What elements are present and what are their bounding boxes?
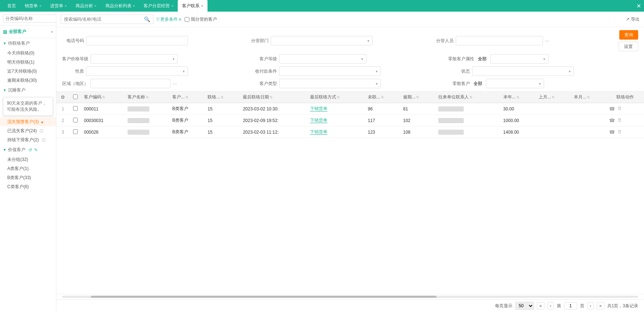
page-label: 第 <box>557 303 561 309</box>
th-last-month-sort[interactable]: ⇅ <box>552 95 555 99</box>
sidebar-item-declining[interactable]: 持续下滑客户(2) ⓘ <box>0 135 56 145</box>
main-layout: 🔍 ⊞ 全部客户 « ▼ 待联络客户 今天待联络(0) 明天待联络(1) 近7天… <box>0 12 644 312</box>
tab-customer-contact-close[interactable]: × <box>201 4 203 8</box>
th-code-sort[interactable]: ⇅ <box>102 95 105 99</box>
tab-customer-contact[interactable]: 客户联系 × <box>178 0 208 12</box>
value-edit-icon[interactable]: ✎ <box>34 147 38 153</box>
sidebar-group-value[interactable]: ▼ 价值客户 ↺ ✎ <box>0 145 56 155</box>
filter-price-level-select[interactable]: ▾ <box>90 54 178 64</box>
page-number-input[interactable] <box>564 302 577 309</box>
tab-product-analysis[interactable]: 商品分析 × <box>71 0 101 12</box>
th-last-date-sort[interactable]: ⇅ <box>270 95 273 99</box>
row2-checkbox[interactable] <box>73 118 78 122</box>
tab-product-analysis-list-close[interactable]: × <box>133 4 135 8</box>
sidebar-item-tomorrow-contact[interactable]: 明天待联络(1) <box>0 58 56 67</box>
sidebar-item-ungrouped[interactable]: 未分组(32) <box>0 155 56 164</box>
my-customers-checkbox[interactable] <box>185 17 189 22</box>
sidebar-group-dormant[interactable]: ▼ 沉睡客户 <box>0 85 56 96</box>
tab-sales-close[interactable]: × <box>39 4 41 8</box>
window-close-button[interactable]: ✕ <box>636 3 641 9</box>
more-filter-button[interactable]: ▽ 更多条件 ∧ <box>156 16 182 23</box>
sidebar-item-churn-warning[interactable]: 流失预警客户(3) ● <box>0 117 56 126</box>
row3-more-icon[interactable]: ⠿ <box>618 129 621 135</box>
row2-contact-type-link[interactable]: 下销货单 <box>310 118 327 123</box>
tab-home[interactable]: 首页 <box>3 0 20 12</box>
filter-customer-type-select[interactable]: ▾ <box>279 79 381 88</box>
filter-zero-attr-select[interactable]: ▾ <box>490 54 548 64</box>
row1-checkbox[interactable] <box>73 106 78 111</box>
tab-customer-layer-close[interactable]: × <box>171 4 173 8</box>
value-refresh-icon[interactable]: ↺ <box>28 147 32 153</box>
select-all-checkbox[interactable] <box>73 94 78 99</box>
export-button[interactable]: ↗ 导出 <box>626 16 640 23</box>
my-customers-filter[interactable]: 我分管的客户 <box>185 16 217 23</box>
sidebar-item-7day-contact[interactable]: 近7天待联络(0) <box>0 67 56 76</box>
sidebar-item-churned[interactable]: 已流失客户(24) ⓘ <box>0 126 56 135</box>
tab-customer-layer[interactable]: 客户分层经营 × <box>139 0 178 12</box>
row3-contact-icon[interactable]: ☎ <box>609 129 615 135</box>
table-settings-icon[interactable]: ⚙ <box>61 94 65 100</box>
filter-action-buttons: 查询 设置 <box>616 30 638 51</box>
filter-phone-input[interactable] <box>86 36 188 45</box>
th-this-month: 本月... ⇅ <box>571 92 606 103</box>
horizontal-scrollbar-thumb[interactable] <box>91 296 436 298</box>
filter-person-more-icon[interactable]: ··· <box>545 38 550 44</box>
all-customers-item[interactable]: ⊞ 全部客户 « <box>0 26 56 38</box>
th-contacts-sort[interactable]: ⇅ <box>470 95 472 99</box>
filter-person-input[interactable] <box>456 36 543 45</box>
th-this-month-sort[interactable]: ⇅ <box>587 95 590 99</box>
filter-payment-select[interactable]: ▾ <box>279 66 381 76</box>
filter-status-select[interactable]: ▾ <box>472 66 574 76</box>
tab-product-analysis-list[interactable]: 商品分析列表 × <box>101 0 140 12</box>
sidebar-group-pending[interactable]: ▼ 待联络客户 <box>0 38 56 49</box>
sidebar-item-class-b[interactable]: B类客户(33) <box>0 173 56 182</box>
filter-zero-customer-select[interactable]: ▾ <box>486 79 544 88</box>
row2-more-icon[interactable]: ⠿ <box>618 118 621 123</box>
filter-customer-level: 客户等级 ▾ <box>255 54 445 64</box>
first-page-button[interactable]: « <box>537 302 544 309</box>
tab-product-analysis-close[interactable]: × <box>94 4 97 8</box>
next-page-button[interactable]: › <box>587 302 594 309</box>
row3-contact-type-link[interactable]: 下销货单 <box>310 129 327 135</box>
tab-purchase-close[interactable]: × <box>65 4 67 8</box>
th-last-type-sort[interactable]: ⇅ <box>337 95 340 99</box>
sidebar-item-class-a[interactable]: A类客户(1) <box>0 164 56 173</box>
filter-region-more-icon[interactable]: ··· <box>173 81 177 86</box>
row2-contact-icon[interactable]: ☎ <box>609 118 615 123</box>
row3-checkbox[interactable] <box>73 129 78 134</box>
row1-last-date: 2023-03-02 10:30: <box>240 103 307 115</box>
tab-purchase[interactable]: 进货单 × <box>46 0 71 12</box>
sidebar-item-class-c[interactable]: C类客户(6) <box>0 182 56 191</box>
main-search-button[interactable]: 🔍 <box>141 15 153 24</box>
filter-region-input[interactable] <box>90 79 170 88</box>
th-ctype-sort[interactable]: ⇅ <box>185 95 188 99</box>
main-search-input[interactable] <box>61 15 141 23</box>
th-name-sort[interactable]: ⇅ <box>146 95 149 99</box>
filter-row-3: 性质 ▾ 收付款条件 ▾ 状态 <box>62 66 638 76</box>
filter-nature-select[interactable]: ▾ <box>86 66 188 76</box>
th-uncontacted-sort[interactable]: ⇅ <box>381 95 384 99</box>
filter-nature-label: 性质 <box>62 68 84 74</box>
horizontal-scrollbar[interactable] <box>62 296 638 298</box>
category-search-input[interactable] <box>3 15 56 23</box>
filter-dept-select[interactable]: ▾ <box>271 36 373 45</box>
row1-contact-icon[interactable]: ☎ <box>609 106 615 112</box>
tab-product-analysis-list-label: 商品分析列表 <box>105 3 132 9</box>
tab-sales[interactable]: 销货单 × <box>20 0 46 12</box>
th-overdue-sort[interactable]: ⇅ <box>416 95 419 99</box>
th-name-label: 客户名称 <box>128 94 145 100</box>
prev-page-button[interactable]: ‹ <box>547 302 554 309</box>
sidebar-item-overdue-contact[interactable]: 逾期未联络(30) <box>0 76 56 85</box>
th-this-year-sort[interactable]: ⇅ <box>516 95 519 99</box>
th-contact-count-sort[interactable]: ⇅ <box>221 95 224 99</box>
set-button[interactable]: 设置 <box>619 42 638 51</box>
per-page-select[interactable]: 50 100 200 <box>515 302 534 310</box>
row2-code: 00030031 <box>81 115 125 126</box>
query-button[interactable]: 查询 <box>619 30 638 40</box>
row1-contact-type-link[interactable]: 下销货单 <box>310 106 327 112</box>
sidebar-item-today-contact[interactable]: 今天待联络(0) <box>0 49 56 58</box>
collapse-arrow-icon[interactable]: « <box>51 30 53 34</box>
last-page-button[interactable]: » <box>597 302 604 309</box>
row1-more-icon[interactable]: ⠿ <box>618 106 621 112</box>
filter-customer-level-select[interactable]: ▾ <box>279 54 366 64</box>
